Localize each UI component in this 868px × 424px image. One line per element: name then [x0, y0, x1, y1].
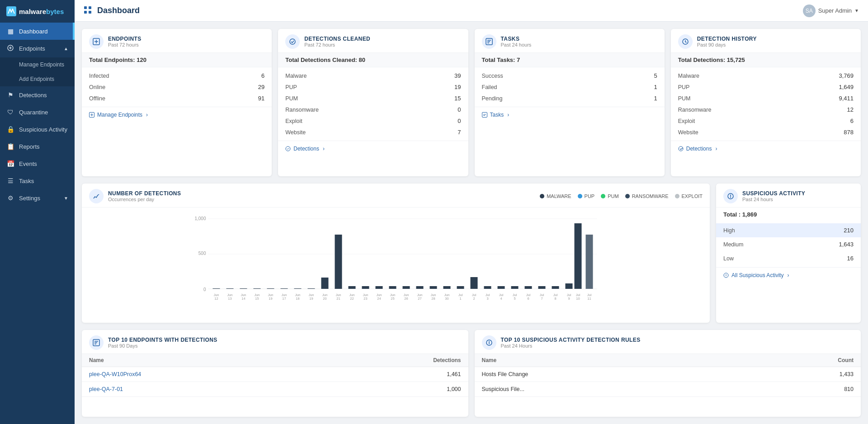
- tasks-card-subtitle: Past 24 hours: [501, 42, 532, 47]
- endpoints-card: ENDPOINTS Past 72 hours Total Endpoints:…: [82, 29, 272, 176]
- svg-text:1: 1: [459, 297, 461, 301]
- chart-title-info: NUMBER OF DETECTIONS Occurrences per day: [108, 190, 181, 202]
- middle-row: NUMBER OF DETECTIONS Occurrences per day…: [82, 184, 861, 322]
- sus-total: Total : 1,869: [716, 207, 861, 221]
- sus-high-row: High 210: [716, 223, 861, 237]
- chevron-down-icon: ▼: [64, 196, 68, 201]
- offline-value: 91: [258, 95, 264, 102]
- svg-text:9: 9: [568, 297, 570, 301]
- svg-text:20: 20: [323, 297, 326, 301]
- detection-history-card-header: DETECTION HISTORY Past 90 days: [671, 29, 861, 53]
- sus-footer-icon: [723, 273, 729, 278]
- bar-chart-svg: 1,000 500 0: [89, 212, 703, 302]
- main-content: Dashboard SA Super Admin ▼ ENDPOINTS Pas…: [75, 0, 868, 424]
- tasks-footer-icon: [482, 112, 487, 118]
- svg-text:30: 30: [445, 297, 448, 301]
- legend-ransomware: RANSOMWARE: [625, 193, 669, 199]
- sidebar-item-reports[interactable]: 📋 Reports: [0, 138, 75, 155]
- tasks-card-rows: Success 5 Failed 1 Pending 1: [475, 67, 665, 107]
- history-footer-label: Detections: [686, 146, 712, 152]
- svg-text:14: 14: [241, 297, 245, 301]
- detections-card-header: DETECTIONS CLEANED Past 72 hours: [278, 29, 468, 53]
- history-pup-row: PUP 1,649: [671, 81, 861, 93]
- top10-endpoints-card: TOP 10 ENDPOINTS WITH DETECTIONS Past 90…: [82, 330, 468, 417]
- chevron-up-icon: ▲: [64, 46, 68, 51]
- sidebar-item-dashboard[interactable]: ▦ Dashboard: [0, 23, 75, 40]
- sus-footer[interactable]: All Suspicious Activity ›: [716, 267, 861, 283]
- online-value: 29: [258, 84, 264, 90]
- sus-high-value: 210: [844, 227, 854, 234]
- legend-pup: PUP: [578, 193, 595, 199]
- bar-jul2: [471, 277, 478, 289]
- sidebar-item-tasks[interactable]: ☰ Tasks: [0, 172, 75, 189]
- bar-jul10: [575, 223, 582, 289]
- malwarebytes-logo-icon: [6, 6, 16, 16]
- legend-malware-dot: [540, 194, 544, 198]
- bar-jul5: [511, 286, 519, 289]
- detections-card-title-group: DETECTIONS CLEANED Past 72 hours: [304, 36, 370, 47]
- sidebar-item-manage-endpoints[interactable]: Manage Endpoints: [0, 57, 75, 72]
- sidebar-item-settings[interactable]: ⚙ Settings ▼: [0, 189, 75, 207]
- bar-jun27: [416, 286, 424, 289]
- top10-rules-subtitle: Past 24 Hours: [501, 343, 641, 349]
- rule-name-cell: Suspicious File...: [475, 382, 733, 396]
- content-area: ENDPOINTS Past 72 hours Total Endpoints:…: [75, 22, 868, 424]
- sidebar-item-events[interactable]: 📅 Events: [0, 155, 75, 172]
- endpoint-name-cell[interactable]: plee-QA-7-01: [82, 382, 318, 396]
- svg-rect-11: [482, 113, 487, 118]
- table-row: Hosts File Change 1,433: [475, 367, 861, 382]
- tasks-card: TASKS Past 24 hours Total Tasks: 7 Succe…: [475, 29, 665, 176]
- suspicious-icon: 🔒: [6, 126, 14, 133]
- svg-text:21: 21: [336, 297, 340, 301]
- endpoints-card-rows: Infected 6 Online 29 Offline 91: [82, 67, 272, 107]
- sidebar-item-suspicious-activity[interactable]: 🔒 Suspicious Activity: [0, 121, 75, 138]
- sidebar-item-quarantine[interactable]: 🛡 Quarantine: [0, 104, 75, 121]
- user-name: Super Admin: [818, 7, 852, 14]
- bar-jun19b: [308, 288, 315, 289]
- offline-label: Offline: [89, 95, 105, 102]
- detections-card-footer[interactable]: Detections ›: [278, 141, 468, 156]
- sidebar-item-label: Settings: [19, 195, 40, 202]
- bar-jul8: [552, 286, 559, 289]
- svg-text:12: 12: [214, 297, 218, 301]
- sidebar-item-detections[interactable]: ⚑ Detections: [0, 86, 75, 104]
- bar-jun23: [362, 286, 369, 289]
- svg-rect-3: [89, 6, 91, 9]
- legend-malware-label: MALWARE: [547, 193, 571, 199]
- endpoints-card-title-group: ENDPOINTS Past 72 hours: [108, 36, 142, 47]
- legend-exploit-label: EXPLOIT: [682, 193, 703, 199]
- top10-rules-title-group: TOP 10 SUSPICIOUS ACTIVITY DETECTION RUL…: [501, 337, 641, 349]
- events-icon: 📅: [6, 160, 14, 167]
- rules-name-col-header: Name: [475, 354, 733, 367]
- svg-rect-2: [84, 6, 87, 9]
- sidebar-item-add-endpoints[interactable]: Add Endpoints: [0, 72, 75, 86]
- sidebar-item-endpoints[interactable]: Endpoints ▲: [0, 40, 75, 57]
- user-avatar: SA: [803, 5, 816, 17]
- sus-high-label: High: [723, 227, 735, 234]
- tasks-card-footer[interactable]: Tasks ›: [475, 107, 665, 122]
- svg-text:19: 19: [309, 297, 313, 301]
- rule-count-cell: 1,433: [733, 367, 861, 382]
- sus-header-info: SUSPICIOUS ACTIVITY Past 24 hours: [742, 190, 805, 202]
- detections-cleaned-card: DETECTIONS CLEANED Past 72 hours Total D…: [278, 29, 468, 176]
- detection-history-footer[interactable]: Detections ›: [671, 141, 861, 156]
- svg-text:6: 6: [527, 297, 529, 301]
- detections-footer-label: Detections: [293, 146, 319, 152]
- svg-point-8: [290, 39, 295, 44]
- top10-rules-icon: [482, 335, 496, 350]
- svg-text:22: 22: [350, 297, 354, 301]
- svg-text:13: 13: [228, 297, 231, 301]
- endpoints-card-footer[interactable]: Manage Endpoints ›: [82, 107, 272, 122]
- legend-pum-label: PUM: [608, 193, 618, 199]
- svg-text:4: 4: [500, 297, 502, 301]
- legend-ransomware-label: RANSOMWARE: [632, 193, 669, 199]
- table-row: Suspicious File... 810: [475, 382, 861, 396]
- legend-pup-dot: [578, 194, 582, 198]
- top10-endpoints-title: TOP 10 ENDPOINTS WITH DETECTIONS: [108, 337, 217, 343]
- bar-jul3: [484, 286, 491, 289]
- detections-malware-row: Malware 39: [278, 70, 468, 81]
- tasks-card-header: TASKS Past 24 hours: [475, 29, 665, 53]
- endpoint-name-cell[interactable]: plee-QA-W10Prox64: [82, 367, 318, 382]
- arrow-right-icon: ›: [787, 272, 789, 278]
- top10-rules-title: TOP 10 SUSPICIOUS ACTIVITY DETECTION RUL…: [501, 337, 641, 343]
